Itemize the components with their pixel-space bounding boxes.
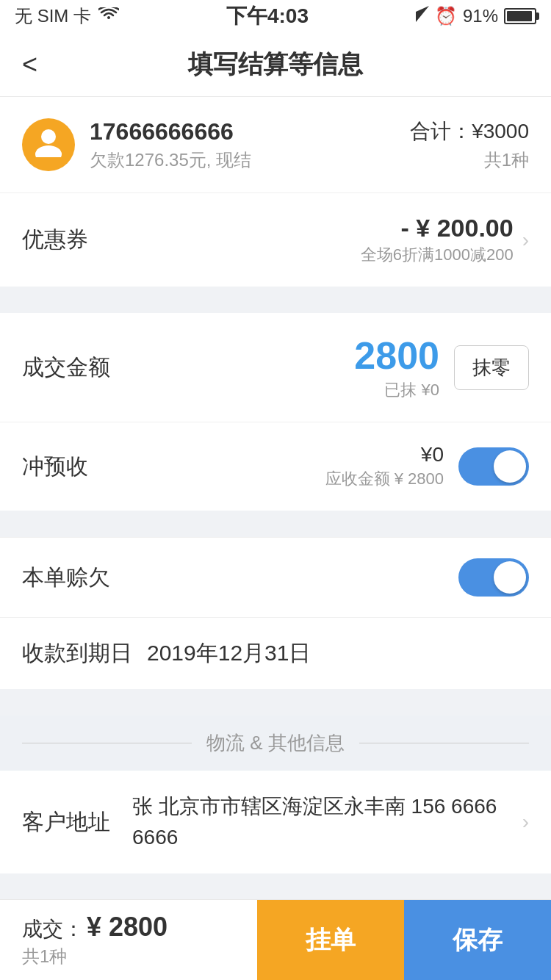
customer-right: 合计：¥3000 共1种 <box>410 118 529 172</box>
section-title-line-left <box>22 743 192 743</box>
customer-phone: 17666666666 <box>90 118 251 145</box>
credit-debt-toggle-knob <box>494 561 526 594</box>
address-card: 客户地址 张 北京市市辖区海淀区永丰南 156 6666 6666 › <box>0 771 551 873</box>
credit-debt-row: 本单赊欠 <box>0 537 551 617</box>
due-date-row: 收款到期日 2019年12月31日 <box>0 617 551 689</box>
svg-marker-0 <box>416 6 429 22</box>
bottom-summary-count: 共1种 <box>22 945 235 968</box>
prepayment-label: 冲预收 <box>22 452 88 482</box>
customer-info: 17666666666 欠款1276.35元, 现结 <box>90 118 251 172</box>
amount-erased: 已抹 ¥0 <box>354 379 439 401</box>
location-icon <box>416 6 429 26</box>
round-button[interactable]: 抹零 <box>454 345 529 390</box>
prepayment-toggle-knob <box>494 450 526 483</box>
coupon-amount: - ¥ 200.00 <box>361 214 514 242</box>
address-row[interactable]: 客户地址 张 北京市市辖区海淀区永丰南 156 6666 6666 › <box>0 771 551 873</box>
battery-icon <box>504 8 536 24</box>
back-button[interactable]: < <box>22 49 37 80</box>
hold-button[interactable]: 挂单 <box>257 900 404 981</box>
bottom-summary: 成交： ¥ 2800 共1种 <box>0 912 257 968</box>
amount-card: 成交金额 2800 已抹 ¥0 抹零 冲预收 ¥0 应收金额 ¥ 2800 <box>0 313 551 511</box>
prepayment-value: ¥0 <box>325 443 444 466</box>
amount-value-wrap: 2800 已抹 ¥0 <box>354 334 439 401</box>
address-label: 客户地址 <box>22 807 110 837</box>
due-date-value: 2019年12月31日 <box>147 638 311 669</box>
wifi-icon <box>98 6 119 26</box>
credit-debt-right <box>458 558 529 597</box>
avatar-icon <box>32 125 65 165</box>
customer-debt: 欠款1276.35元, 现结 <box>90 148 251 172</box>
coupon-label: 优惠券 <box>22 225 88 255</box>
customer-total: 合计：¥3000 <box>410 118 529 145</box>
customer-count: 共1种 <box>410 148 529 172</box>
logistics-section-title-row: 物流 & 其他信息 <box>0 716 551 771</box>
due-date-label: 收款到期日 <box>22 638 132 669</box>
prepayment-row: 冲预收 ¥0 应收金额 ¥ 2800 <box>0 422 551 511</box>
svg-point-1 <box>41 129 56 144</box>
address-chevron-icon: › <box>522 810 529 834</box>
customer-card: 17666666666 欠款1276.35元, 现结 合计：¥3000 共1种 … <box>0 97 551 287</box>
customer-left: 17666666666 欠款1276.35元, 现结 <box>22 118 251 172</box>
prepayment-toggle[interactable] <box>458 447 529 486</box>
transaction-amount-label: 成交金额 <box>22 353 110 383</box>
page-title: 填写结算等信息 <box>188 48 363 82</box>
status-time: 下午4:03 <box>226 2 309 30</box>
prepayment-values: ¥0 应收金额 ¥ 2800 <box>325 443 444 490</box>
bottom-summary-row: 成交： ¥ 2800 <box>22 912 235 943</box>
bottom-bar: 成交： ¥ 2800 共1种 挂单 保存 <box>0 899 551 980</box>
coupon-chevron-icon: › <box>522 228 529 252</box>
section-divider-3 <box>0 701 551 716</box>
section-divider-1 <box>0 298 551 313</box>
status-left: 无 SIM 卡 <box>15 4 119 28</box>
credit-debt-card: 本单赊欠 收款到期日 2019年12月31日 <box>0 537 551 689</box>
content: 17666666666 欠款1276.35元, 现结 合计：¥3000 共1种 … <box>0 97 551 980</box>
svg-point-2 <box>35 145 62 157</box>
carrier-label: 无 SIM 卡 <box>15 4 91 28</box>
transaction-amount-value: 2800 <box>354 334 439 378</box>
credit-debt-toggle[interactable] <box>458 558 529 597</box>
prepayment-desc: 应收金额 ¥ 2800 <box>325 468 444 490</box>
customer-row: 17666666666 欠款1276.35元, 现结 合计：¥3000 共1种 <box>0 97 551 192</box>
section-title-line-right <box>359 743 529 743</box>
coupon-right: - ¥ 200.00 全场6折满1000减200 › <box>361 214 529 266</box>
avatar <box>22 118 75 171</box>
transaction-amount-row: 成交金额 2800 已抹 ¥0 抹零 <box>0 313 551 422</box>
status-bar: 无 SIM 卡 下午4:03 ⏰ 91% <box>0 0 551 32</box>
bottom-summary-amount-label: 成交： <box>22 915 84 943</box>
logistics-section-title: 物流 & 其他信息 <box>206 730 345 756</box>
coupon-desc: 全场6折满1000减200 <box>361 244 514 266</box>
section-divider-2 <box>0 522 551 537</box>
coupon-info: - ¥ 200.00 全场6折满1000减200 <box>361 214 514 266</box>
coupon-row[interactable]: 优惠券 - ¥ 200.00 全场6折满1000减200 › <box>0 192 551 287</box>
save-button[interactable]: 保存 <box>404 900 551 981</box>
battery-percent: 91% <box>463 6 498 26</box>
nav-bar: < 填写结算等信息 <box>0 32 551 97</box>
bottom-summary-amount: ¥ 2800 <box>87 912 168 943</box>
credit-debt-label: 本单赊欠 <box>22 563 110 593</box>
address-value: 张 北京市市辖区海淀区永丰南 156 6666 6666 <box>132 791 515 853</box>
alarm-icon: ⏰ <box>435 6 457 26</box>
amount-right: 2800 已抹 ¥0 抹零 <box>354 334 529 401</box>
prepayment-right: ¥0 应收金额 ¥ 2800 <box>325 443 529 490</box>
status-right: ⏰ 91% <box>416 6 536 26</box>
